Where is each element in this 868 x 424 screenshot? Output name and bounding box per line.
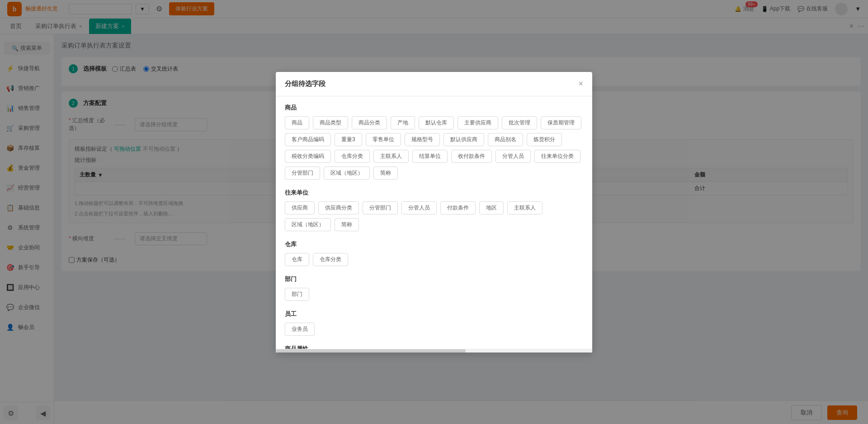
field-tag-0-9[interactable]: 重量3 xyxy=(335,133,362,146)
modal-overlay: 分组待选字段 × 商品商品商品类型商品分类产地默认仓库主要供应商批次管理保质期管… xyxy=(0,0,868,424)
field-tag-0-15[interactable]: 税收分类编码 xyxy=(285,150,331,163)
field-tag-0-7[interactable]: 保质期管理 xyxy=(541,116,581,129)
modal-section-tags-3: 部门 xyxy=(285,288,583,301)
field-tag-0-2[interactable]: 商品分类 xyxy=(352,116,387,129)
field-tag-0-24[interactable]: 简称 xyxy=(373,167,398,180)
modal-section-2: 仓库仓库仓库分类 xyxy=(285,240,583,266)
modal-section-title-0: 商品 xyxy=(285,104,583,112)
field-tag-3-0[interactable]: 部门 xyxy=(285,288,309,301)
field-tag-0-11[interactable]: 规格型号 xyxy=(405,133,440,146)
modal-section-title-3: 部门 xyxy=(285,275,583,283)
modal-section-3: 部门部门 xyxy=(285,275,583,301)
field-tag-2-0[interactable]: 仓库 xyxy=(285,253,309,266)
modal-dialog: 分组待选字段 × 商品商品商品类型商品分类产地默认仓库主要供应商批次管理保质期管… xyxy=(276,72,592,353)
field-tag-0-3[interactable]: 产地 xyxy=(391,116,415,129)
field-tag-0-4[interactable]: 默认仓库 xyxy=(419,116,454,129)
modal-header: 分组待选字段 × xyxy=(276,72,592,96)
field-tag-0-6[interactable]: 批次管理 xyxy=(502,116,537,129)
field-tag-0-19[interactable]: 收付款条件 xyxy=(451,150,492,163)
modal-section-title-5: 商品属性 xyxy=(285,345,583,349)
field-tag-2-1[interactable]: 仓库分类 xyxy=(313,253,348,266)
field-tag-0-12[interactable]: 默认供应商 xyxy=(443,133,484,146)
modal-section-title-1: 往来单位 xyxy=(285,189,583,197)
field-tag-0-21[interactable]: 往来单位分类 xyxy=(534,150,580,163)
field-tag-4-0[interactable]: 业务员 xyxy=(285,323,315,336)
field-tag-1-2[interactable]: 分管部门 xyxy=(363,201,398,214)
modal-horizontal-scrollbar[interactable] xyxy=(276,349,592,352)
field-tag-1-4[interactable]: 付款条件 xyxy=(440,201,476,214)
modal-section-title-4: 员工 xyxy=(285,310,583,318)
field-tag-0-23[interactable]: 区域（地区） xyxy=(324,167,370,180)
field-tag-0-20[interactable]: 分管人员 xyxy=(495,150,531,163)
field-tag-1-5[interactable]: 地区 xyxy=(479,201,504,214)
field-tag-0-13[interactable]: 商品别名 xyxy=(488,133,523,146)
modal-section-tags-1: 供应商供应商分类分管部门分管人员付款条件地区主联系人区域（地区）简称 xyxy=(285,201,583,231)
field-tag-0-14[interactable]: 炼货积分 xyxy=(527,133,562,146)
field-tag-0-16[interactable]: 仓库分类 xyxy=(335,150,370,163)
modal-close-button[interactable]: × xyxy=(578,79,583,89)
field-tag-0-17[interactable]: 主联系人 xyxy=(373,150,409,163)
field-tag-1-8[interactable]: 简称 xyxy=(335,218,359,231)
modal-section-4: 员工业务员 xyxy=(285,310,583,336)
field-tag-1-1[interactable]: 供应商分类 xyxy=(318,201,359,214)
field-tag-0-22[interactable]: 分管部门 xyxy=(285,167,320,180)
modal-section-1: 往来单位供应商供应商分类分管部门分管人员付款条件地区主联系人区域（地区）简称 xyxy=(285,189,583,231)
modal-section-title-2: 仓库 xyxy=(285,240,583,248)
modal-title: 分组待选字段 xyxy=(285,80,326,88)
field-tag-1-7[interactable]: 区域（地区） xyxy=(285,218,331,231)
modal-section-tags-4: 业务员 xyxy=(285,323,583,336)
field-tag-0-18[interactable]: 结算单位 xyxy=(412,150,448,163)
scrollbar-thumb xyxy=(276,349,466,352)
field-tag-1-0[interactable]: 供应商 xyxy=(285,201,315,214)
modal-section-0: 商品商品商品类型商品分类产地默认仓库主要供应商批次管理保质期管理客户商品编码重量… xyxy=(285,104,583,180)
field-tag-1-3[interactable]: 分管人员 xyxy=(401,201,437,214)
field-tag-0-8[interactable]: 客户商品编码 xyxy=(285,133,331,146)
modal-section-5: 商品属性属性颜色多规格尺码鞋码1 xyxy=(285,345,583,349)
field-tag-0-1[interactable]: 商品类型 xyxy=(313,116,348,129)
modal-section-tags-2: 仓库仓库分类 xyxy=(285,253,583,266)
modal-body: 商品商品商品类型商品分类产地默认仓库主要供应商批次管理保质期管理客户商品编码重量… xyxy=(276,96,592,349)
modal-section-tags-0: 商品商品类型商品分类产地默认仓库主要供应商批次管理保质期管理客户商品编码重量3零… xyxy=(285,116,583,180)
field-tag-0-10[interactable]: 零售单位 xyxy=(366,133,401,146)
field-tag-0-5[interactable]: 主要供应商 xyxy=(458,116,498,129)
field-tag-0-0[interactable]: 商品 xyxy=(285,116,309,129)
field-tag-1-6[interactable]: 主联系人 xyxy=(507,201,542,214)
